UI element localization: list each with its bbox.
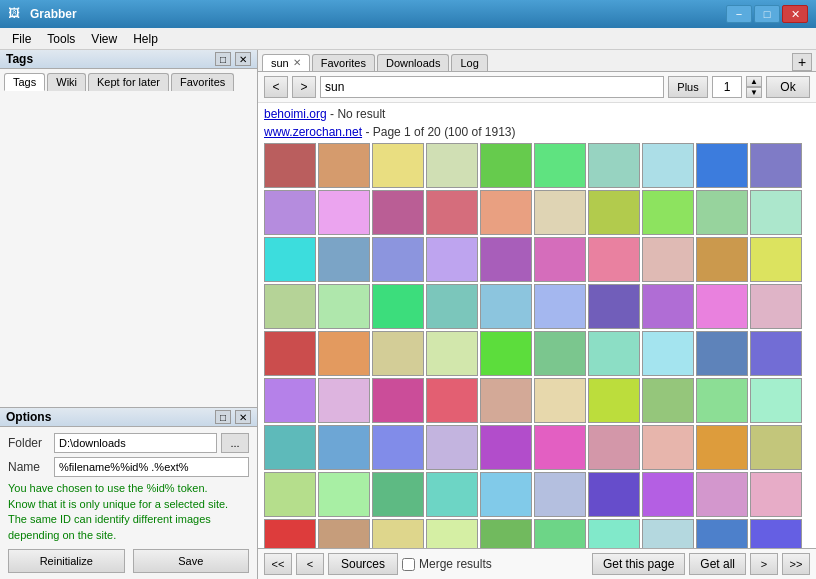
- thumbnail-56[interactable]: [588, 378, 640, 423]
- thumbnail-36[interactable]: [588, 284, 640, 329]
- thumbnail-30[interactable]: [264, 284, 316, 329]
- thumbnail-26[interactable]: [588, 237, 640, 282]
- thumbnail-85[interactable]: [534, 519, 586, 548]
- sources-button[interactable]: Sources: [328, 553, 398, 575]
- thumbnail-66[interactable]: [588, 425, 640, 470]
- thumbnail-82[interactable]: [372, 519, 424, 548]
- thumbnail-3[interactable]: [426, 143, 478, 188]
- tab-favorites[interactable]: Favorites: [312, 54, 375, 71]
- thumbnail-81[interactable]: [318, 519, 370, 548]
- thumbnail-47[interactable]: [642, 331, 694, 376]
- thumbnail-76[interactable]: [588, 472, 640, 517]
- thumbnail-8[interactable]: [696, 143, 748, 188]
- first-page-button[interactable]: <<: [264, 553, 292, 575]
- thumbnail-57[interactable]: [642, 378, 694, 423]
- thumbnail-28[interactable]: [696, 237, 748, 282]
- thumbnail-27[interactable]: [642, 237, 694, 282]
- get-all-button[interactable]: Get all: [689, 553, 746, 575]
- thumbnail-49[interactable]: [750, 331, 802, 376]
- thumbnail-43[interactable]: [426, 331, 478, 376]
- thumbnail-78[interactable]: [696, 472, 748, 517]
- tab-sun-close[interactable]: ✕: [293, 57, 301, 68]
- thumbnail-17[interactable]: [642, 190, 694, 235]
- nav-prev-button[interactable]: <: [264, 76, 288, 98]
- thumbnail-7[interactable]: [642, 143, 694, 188]
- thumbnail-14[interactable]: [480, 190, 532, 235]
- thumbnail-68[interactable]: [696, 425, 748, 470]
- thumbnail-75[interactable]: [534, 472, 586, 517]
- close-button[interactable]: ✕: [782, 5, 808, 23]
- thumbnail-13[interactable]: [426, 190, 478, 235]
- thumbnail-89[interactable]: [750, 519, 802, 548]
- name-input[interactable]: [54, 457, 249, 477]
- thumbnail-16[interactable]: [588, 190, 640, 235]
- thumbnail-80[interactable]: [264, 519, 316, 548]
- thumbnail-11[interactable]: [318, 190, 370, 235]
- thumbnail-20[interactable]: [264, 237, 316, 282]
- thumbnail-6[interactable]: [588, 143, 640, 188]
- page-down-button[interactable]: ▼: [746, 87, 762, 98]
- get-page-button[interactable]: Get this page: [592, 553, 685, 575]
- options-float-button[interactable]: □: [215, 410, 231, 424]
- thumbnail-44[interactable]: [480, 331, 532, 376]
- thumbnail-63[interactable]: [426, 425, 478, 470]
- thumbnail-67[interactable]: [642, 425, 694, 470]
- page-number-input[interactable]: [712, 76, 742, 98]
- thumbnail-55[interactable]: [534, 378, 586, 423]
- thumbnail-19[interactable]: [750, 190, 802, 235]
- tab-wiki[interactable]: Wiki: [47, 73, 86, 91]
- reinitialize-button[interactable]: Reinitialize: [8, 549, 125, 573]
- thumbnail-62[interactable]: [372, 425, 424, 470]
- thumbnail-41[interactable]: [318, 331, 370, 376]
- thumbnail-34[interactable]: [480, 284, 532, 329]
- page-up-button[interactable]: ▲: [746, 76, 762, 87]
- search-input[interactable]: [320, 76, 664, 98]
- thumbnail-2[interactable]: [372, 143, 424, 188]
- source2-link[interactable]: www.zerochan.net: [264, 125, 362, 139]
- thumbnail-39[interactable]: [750, 284, 802, 329]
- thumbnail-69[interactable]: [750, 425, 802, 470]
- thumbnail-1[interactable]: [318, 143, 370, 188]
- thumbnail-48[interactable]: [696, 331, 748, 376]
- save-button[interactable]: Save: [133, 549, 250, 573]
- tags-float-button[interactable]: □: [215, 52, 231, 66]
- tab-tags[interactable]: Tags: [4, 73, 45, 91]
- thumbnail-64[interactable]: [480, 425, 532, 470]
- thumbnail-25[interactable]: [534, 237, 586, 282]
- thumbnail-52[interactable]: [372, 378, 424, 423]
- thumbnail-9[interactable]: [750, 143, 802, 188]
- thumbnail-38[interactable]: [696, 284, 748, 329]
- menu-tools[interactable]: Tools: [39, 30, 83, 48]
- tags-close-button[interactable]: ✕: [235, 52, 251, 66]
- thumbnail-77[interactable]: [642, 472, 694, 517]
- tab-downloads[interactable]: Downloads: [377, 54, 449, 71]
- thumbnail-51[interactable]: [318, 378, 370, 423]
- thumbnail-31[interactable]: [318, 284, 370, 329]
- tab-kept-for-later[interactable]: Kept for later: [88, 73, 169, 91]
- prev-page-button[interactable]: <: [296, 553, 324, 575]
- plus-button[interactable]: Plus: [668, 76, 708, 98]
- menu-file[interactable]: File: [4, 30, 39, 48]
- thumbnail-18[interactable]: [696, 190, 748, 235]
- thumbnail-70[interactable]: [264, 472, 316, 517]
- thumbnail-87[interactable]: [642, 519, 694, 548]
- thumbnail-61[interactable]: [318, 425, 370, 470]
- source1-link[interactable]: behoimi.org: [264, 107, 327, 121]
- thumbnail-32[interactable]: [372, 284, 424, 329]
- nav-next-button[interactable]: >: [292, 76, 316, 98]
- browse-button[interactable]: ...: [221, 433, 249, 453]
- thumbnail-83[interactable]: [426, 519, 478, 548]
- minimize-button[interactable]: −: [726, 5, 752, 23]
- thumbnail-54[interactable]: [480, 378, 532, 423]
- thumbnail-53[interactable]: [426, 378, 478, 423]
- thumbnail-12[interactable]: [372, 190, 424, 235]
- add-tab-button[interactable]: +: [792, 53, 812, 71]
- thumbnail-46[interactable]: [588, 331, 640, 376]
- tab-favorites[interactable]: Favorites: [171, 73, 234, 91]
- thumbnail-50[interactable]: [264, 378, 316, 423]
- thumbnail-40[interactable]: [264, 331, 316, 376]
- thumbnail-88[interactable]: [696, 519, 748, 548]
- folder-input[interactable]: [54, 433, 217, 453]
- thumbnail-58[interactable]: [696, 378, 748, 423]
- thumbnail-24[interactable]: [480, 237, 532, 282]
